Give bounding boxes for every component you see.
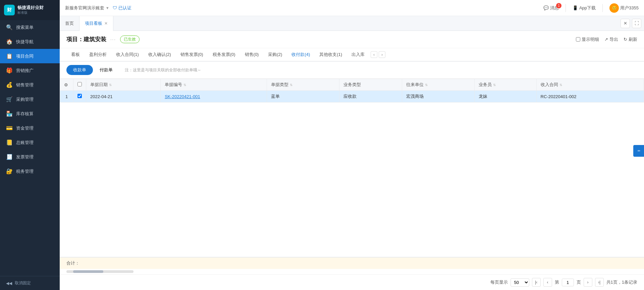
scrollbar-thumb[interactable] bbox=[73, 270, 103, 273]
row-checkbox[interactable] bbox=[77, 94, 82, 98]
sort-icon-date: ⇅ bbox=[109, 83, 112, 87]
sales-icon: 💰 bbox=[6, 82, 13, 88]
th-date[interactable]: 单据日期 ⇅ bbox=[86, 79, 161, 91]
th-company[interactable]: 往来单位 ⇅ bbox=[402, 79, 475, 91]
inner-tab-payment[interactable]: 付款单 bbox=[93, 65, 119, 75]
cell-contract: RC-20220401-002 bbox=[536, 91, 644, 102]
app-download-button[interactable]: 📱 App下载 bbox=[573, 5, 596, 11]
close-all-button[interactable]: ✕ bbox=[621, 19, 630, 28]
book-icon: 📒 bbox=[6, 139, 13, 146]
subtabs-nav: ‹ › bbox=[371, 51, 385, 58]
total-info: 共1页，1条记录 bbox=[606, 279, 637, 285]
inner-tabs: 收款单 付款单 注：这里是与项目关联的全部收付款单哦～ bbox=[60, 62, 644, 79]
sidebar-item-purchase[interactable]: 🛒 采购管理 bbox=[0, 92, 60, 106]
subtab-next-button[interactable]: › bbox=[379, 51, 385, 58]
horizontal-scrollbar[interactable] bbox=[66, 270, 133, 273]
subtab-tax-invoice[interactable]: 税务发票(0) bbox=[208, 48, 240, 62]
floating-action-button[interactable]: ✏ bbox=[633, 145, 644, 157]
divider bbox=[566, 4, 566, 12]
mobile-icon: 📱 bbox=[573, 5, 578, 10]
th-contract[interactable]: 收入合同 ⇅ bbox=[536, 79, 644, 91]
th-number[interactable]: 单据编号 ⇅ bbox=[161, 79, 267, 91]
verified-badge: 🛡 已认证 bbox=[113, 5, 131, 11]
cell-company: 宏茂商场 bbox=[402, 91, 475, 102]
subtab-kanban[interactable]: 看板 bbox=[66, 48, 85, 62]
subtab-payment[interactable]: 收付款(4) bbox=[287, 48, 315, 62]
sidebar-item-inventory[interactable]: 🏪 库存核算 bbox=[0, 106, 60, 121]
refresh-icon: ↻ bbox=[624, 37, 627, 42]
cell-date: 2022-04-21 bbox=[86, 91, 161, 102]
more-options-button[interactable]: ··· bbox=[110, 37, 116, 42]
tax-icon: 🔐 bbox=[6, 168, 13, 174]
subtab-sales-invoice[interactable]: 销售发票(0) bbox=[176, 48, 208, 62]
cell-number[interactable]: SK-20220421-001 bbox=[161, 91, 267, 102]
cell-checkbox[interactable] bbox=[73, 91, 86, 102]
subtab-other[interactable]: 其他收支(1) bbox=[315, 48, 347, 62]
next-page-button[interactable]: › bbox=[584, 278, 592, 287]
sidebar-item-finance[interactable]: 💳 资金管理 bbox=[0, 121, 60, 135]
user-button[interactable]: 😊 用户3355 bbox=[609, 3, 639, 13]
invoice-icon: 🧾 bbox=[6, 154, 13, 160]
inner-tab-receipt[interactable]: 收款单 bbox=[66, 65, 93, 75]
sidebar-item-invoice[interactable]: 🧾 发票管理 bbox=[0, 150, 60, 164]
sidebar: 财 畅捷通好业财 标准版 🔍 搜索菜单 🏠 快捷导航 📋 项目合同 🎁 营销推广… bbox=[0, 0, 60, 290]
topbar: 新服务官网演示账套 ▾ 🛡 已认证 💬 消息 1 📱 App下载 😊 用户335… bbox=[60, 0, 644, 16]
page-input[interactable] bbox=[562, 279, 574, 286]
subtab-prev-button[interactable]: ‹ bbox=[371, 51, 377, 58]
app-logo: 财 bbox=[4, 5, 15, 15]
prev-page-button[interactable]: ‹ bbox=[543, 278, 552, 287]
expand-button[interactable]: ⛶ bbox=[632, 19, 641, 28]
th-type[interactable]: 单据类型 ⇅ bbox=[267, 79, 339, 91]
table-row[interactable]: 1 2022-04-21 SK-20220421-001 蓝单 应收款 宏茂商场… bbox=[60, 91, 644, 102]
page-size-select[interactable]: 50 20 100 bbox=[511, 278, 529, 287]
sidebar-item-marketing[interactable]: 🎁 营销推广 bbox=[0, 63, 60, 78]
th-gear[interactable]: ⚙ bbox=[60, 79, 73, 91]
subtab-profit[interactable]: 盈利分析 bbox=[85, 48, 111, 62]
sort-icon-number: ⇅ bbox=[183, 83, 186, 87]
project-name: 新服务官网演示账套 bbox=[65, 5, 104, 11]
sidebar-item-project[interactable]: 📋 项目合同 bbox=[0, 49, 60, 63]
home-icon: 🏠 bbox=[6, 39, 13, 45]
sidebar-item-sales[interactable]: 💰 销售管理 bbox=[0, 78, 60, 92]
sidebar-item-quicknav[interactable]: 🏠 快捷导航 bbox=[0, 34, 60, 49]
first-page-button[interactable]: |‹ bbox=[532, 278, 541, 287]
tab-home[interactable]: 首页 bbox=[60, 16, 79, 31]
main-area: 新服务官网演示账套 ▾ 🛡 已认证 💬 消息 1 📱 App下载 😊 用户335… bbox=[60, 0, 644, 290]
subtab-income-confirm[interactable]: 收入确认(2) bbox=[144, 48, 176, 62]
export-button[interactable]: ↗ 导出 bbox=[604, 37, 618, 43]
pagination: 每页显示 50 20 100 |‹ ‹ 第 页 › ›| 共1页，1条记录 bbox=[60, 274, 644, 290]
chevron-down-icon: ▾ bbox=[106, 5, 109, 10]
cell-type: 蓝单 bbox=[267, 91, 339, 102]
refresh-button[interactable]: ↻ 刷新 bbox=[624, 37, 637, 43]
sidebar-item-tax[interactable]: 🔐 税务管理 bbox=[0, 164, 60, 178]
pin-icon: ◀◀ bbox=[6, 281, 12, 286]
subtab-inout[interactable]: 出入库 bbox=[347, 48, 369, 62]
last-page-button[interactable]: ›| bbox=[595, 278, 604, 287]
sidebar-unpin[interactable]: ◀◀ 取消固定 bbox=[0, 276, 60, 290]
sort-icon-company: ⇅ bbox=[425, 83, 428, 87]
sort-icon-salesman: ⇅ bbox=[493, 83, 496, 87]
sidebar-item-search[interactable]: 🔍 搜索菜单 bbox=[0, 20, 60, 34]
tab-close-icon[interactable]: ✕ bbox=[104, 21, 108, 26]
scrollbar-row bbox=[60, 269, 644, 274]
subtabs: 看板 盈利分析 收入合同(1) 收入确认(2) 销售发票(0) 税务发票(0) … bbox=[60, 48, 644, 62]
project-selector[interactable]: 新服务官网演示账套 ▾ bbox=[65, 5, 109, 11]
tab-project-kanban[interactable]: 项目看板 ✕ bbox=[79, 16, 113, 31]
sidebar-item-ledger[interactable]: 📒 总账管理 bbox=[0, 135, 60, 150]
table-wrap[interactable]: ⚙ 单据日期 ⇅ 单据编号 ⇅ bbox=[60, 79, 644, 257]
subtab-income-contract[interactable]: 收入合同(1) bbox=[111, 48, 144, 62]
detail-checkbox-input[interactable] bbox=[576, 37, 580, 42]
th-checkbox bbox=[73, 79, 86, 91]
subtab-purchase[interactable]: 采购(2) bbox=[263, 48, 287, 62]
export-icon: ↗ bbox=[604, 37, 608, 42]
project-icon: 📋 bbox=[6, 53, 13, 59]
th-salesman[interactable]: 业务员 ⇅ bbox=[475, 79, 537, 91]
message-button[interactable]: 💬 消息 1 bbox=[543, 5, 559, 11]
select-all-checkbox[interactable] bbox=[77, 82, 82, 86]
subtab-sales[interactable]: 销售(0) bbox=[240, 48, 264, 62]
gift-icon: 🎁 bbox=[6, 67, 13, 74]
search-icon: 🔍 bbox=[6, 24, 13, 30]
show-detail-checkbox[interactable]: 显示明细 bbox=[576, 37, 599, 43]
cell-index: 1 bbox=[60, 91, 73, 102]
content: 项目：建筑安装 ··· 已生效 显示明细 ↗ 导出 ↻ 刷新 看板 bbox=[60, 31, 644, 290]
